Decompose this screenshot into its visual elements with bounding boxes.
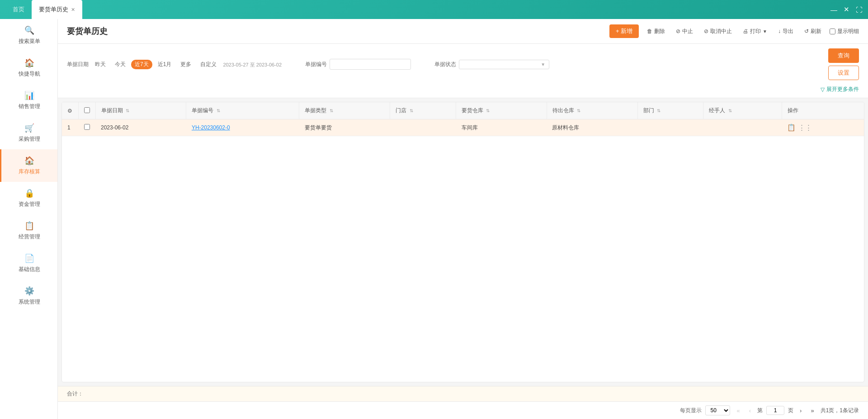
close-icon[interactable]: ✕ [844, 5, 849, 14]
total-info: 共1页，1条记录 [821, 407, 859, 414]
sort-icon-dept: ⇅ [657, 108, 660, 113]
display-detail-checkbox[interactable] [830, 29, 835, 34]
stop-button[interactable]: ⊘ 中止 [673, 26, 696, 37]
th-store[interactable]: 门店 ⇅ [390, 102, 456, 119]
settings-button[interactable]: 设置 [828, 66, 859, 80]
th-doc-date[interactable]: 单据日期 ⇅ [95, 102, 186, 119]
inventory-icon: 🏠 [24, 156, 34, 166]
print-button[interactable]: 🖨 打印 ▼ [740, 26, 770, 37]
sidebar-item-quick-nav[interactable]: 🏠 快捷导航 [0, 52, 57, 84]
sidebar-item-label: 搜索菜单 [19, 38, 40, 45]
refresh-button[interactable]: ↺ 刷新 [802, 26, 824, 37]
expand-more-btn[interactable]: ▽ 展开更多条件 [821, 86, 859, 93]
th-checkbox [78, 102, 95, 119]
cancel-stop-icon: ⊘ [704, 28, 708, 34]
filter-bar: 单据日期 昨天 今天 近7天 近1月 更多 自定义 2023-05-27 至 2… [58, 44, 868, 98]
td-doc-num: YH-20230602-0 [186, 119, 299, 136]
sort-icon-doc-type: ⇅ [330, 108, 333, 113]
display-detail-label: 显示明细 [837, 28, 859, 35]
doc-num-link[interactable]: YH-20230602-0 [192, 124, 230, 131]
table-footer: 合计： [58, 386, 868, 401]
sidebar-item-label: 基础信息 [19, 266, 40, 273]
next-page-button[interactable]: › [797, 406, 804, 415]
td-store [390, 119, 456, 136]
filter-row2: ▽ 展开更多条件 [67, 86, 859, 93]
doc-num-input[interactable] [330, 59, 411, 70]
th-doc-type-label: 单据类型 [305, 107, 326, 114]
export-button-label: 导出 [783, 28, 793, 35]
close-tab-icon[interactable]: ✕ [71, 7, 75, 13]
tab-history[interactable]: 要货单历史 ✕ [32, 0, 82, 19]
settings-icon[interactable]: ⚙ [67, 108, 72, 114]
date-filter-label: 单据日期 [67, 61, 89, 68]
date-chip-1month[interactable]: 近1月 [154, 60, 175, 69]
tab-history-label: 要货单历史 [39, 5, 68, 14]
date-chip-yesterday[interactable]: 昨天 [91, 60, 109, 69]
row-checkbox[interactable] [84, 124, 90, 130]
sidebar-item-basic-info[interactable]: 📄 基础信息 [0, 247, 57, 280]
maximize-icon[interactable]: ⛶ [856, 6, 863, 14]
th-req-warehouse[interactable]: 要货仓库 ⇅ [456, 102, 547, 119]
sidebar-item-label: 资金管理 [19, 200, 40, 208]
export-button[interactable]: ↓ 导出 [775, 26, 796, 37]
sidebar-item-system[interactable]: ⚙️ 系统管理 [0, 280, 57, 312]
minimize-icon[interactable]: — [830, 6, 837, 14]
page-size-select[interactable]: 50 100 200 [705, 405, 730, 415]
date-chip-7days[interactable]: 近7天 [131, 60, 152, 69]
th-doc-type[interactable]: 单据类型 ⇅ [299, 102, 390, 119]
tab-home-label: 首页 [13, 5, 24, 14]
main-content: 要货单历史 + 新增 🗑 删除 ⊘ 中止 ⊘ 取消中止 [58, 19, 868, 419]
prev-page-button[interactable]: ‹ [746, 406, 754, 415]
sort-icon-store: ⇅ [410, 108, 413, 113]
quick-nav-icon: 🏠 [24, 58, 34, 68]
date-chip-more[interactable]: 更多 [177, 60, 195, 69]
display-detail-toggle[interactable]: 显示明细 [830, 28, 859, 35]
doc-num-label: 单据编号 [305, 61, 327, 68]
new-button[interactable]: + 新增 [609, 24, 639, 38]
system-icon: ⚙️ [24, 286, 34, 296]
th-store-label: 门店 [396, 107, 406, 114]
date-filter-group: 单据日期 昨天 今天 近7天 近1月 更多 自定义 2023-05-27 至 2… [67, 60, 282, 69]
window-controls: — ✕ ⛶ [830, 5, 863, 14]
toolbar: + 新增 🗑 删除 ⊘ 中止 ⊘ 取消中止 🖨 [609, 24, 859, 38]
th-dept[interactable]: 部门 ⇅ [637, 102, 703, 119]
sidebar-item-inventory[interactable]: 🏠 库存核算 [0, 149, 57, 182]
sidebar-item-operations[interactable]: 📋 经营管理 [0, 214, 57, 247]
status-select[interactable]: ▼ [459, 60, 549, 69]
th-handler[interactable]: 经手人 ⇅ [703, 102, 782, 119]
pagination-bar: 每页显示 50 100 200 « ‹ 第 页 › » 共1页，1条记录 [58, 401, 868, 419]
page-size-label: 每页显示 [680, 407, 702, 414]
th-handler-label: 经手人 [709, 107, 725, 114]
page-title: 要货单历史 [67, 26, 108, 37]
page-number-input[interactable] [766, 406, 784, 415]
sort-icon-doc-num: ⇅ [217, 108, 220, 113]
footer-total-label: 合计： [67, 390, 83, 398]
sidebar-item-sales[interactable]: 📊 销售管理 [0, 84, 57, 117]
select-all-checkbox[interactable] [84, 107, 90, 113]
export-icon: ↓ [778, 28, 781, 34]
first-page-button[interactable]: « [734, 406, 742, 415]
sidebar-item-purchase[interactable]: 🛒 采购管理 [0, 117, 57, 149]
last-page-button[interactable]: » [808, 406, 816, 415]
date-chip-custom[interactable]: 自定义 [197, 60, 220, 69]
tab-home[interactable]: 首页 [5, 0, 32, 19]
th-dept-label: 部门 [643, 107, 654, 114]
cancel-stop-button[interactable]: ⊘ 取消中止 [701, 26, 735, 37]
sidebar-item-label: 销售管理 [19, 103, 40, 110]
th-pending-warehouse[interactable]: 待出仓库 ⇅ [547, 102, 637, 119]
delete-button[interactable]: 🗑 删除 [644, 26, 668, 37]
sidebar-item-search-menu[interactable]: 🔍 搜索菜单 [0, 19, 57, 52]
row-more-icon[interactable]: ⋮⋮ [798, 124, 812, 132]
th-settings[interactable]: ⚙ [62, 102, 78, 119]
operations-icon: 📋 [24, 221, 34, 231]
th-doc-num[interactable]: 单据编号 ⇅ [186, 102, 299, 119]
sidebar-item-finance[interactable]: 🔒 资金管理 [0, 182, 57, 214]
search-menu-icon: 🔍 [24, 25, 34, 35]
query-button[interactable]: 查询 [828, 48, 859, 63]
date-chip-today[interactable]: 今天 [111, 60, 129, 69]
purchase-icon: 🛒 [24, 123, 34, 133]
sort-icon-handler: ⇅ [728, 108, 732, 113]
delete-button-label: 删除 [654, 28, 665, 35]
row-view-icon[interactable]: 📋 [787, 124, 796, 132]
table-row[interactable]: 1 2023-06-02 YH-20230602-0 要货单要货 车间库 原材料… [62, 119, 864, 136]
